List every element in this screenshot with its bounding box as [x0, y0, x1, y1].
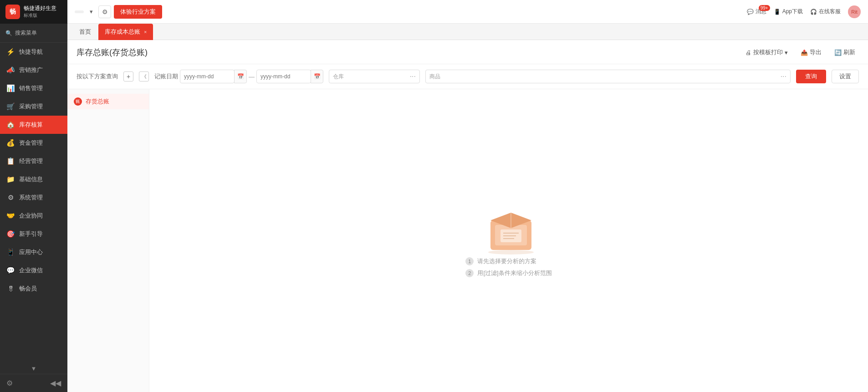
sidebar-item-label: 系统管理 — [19, 193, 43, 202]
sidebar-item-label: 企业协同 — [19, 212, 43, 220]
operations-icon: 📋 — [6, 157, 15, 165]
sidebar-item-purchase[interactable]: 🛒 采购管理 — [0, 97, 67, 116]
search-menu-label: 搜索菜单 — [15, 29, 37, 37]
marketing-icon: 📣 — [6, 66, 15, 74]
sidebar-item-label: 企业微信 — [19, 266, 43, 275]
sidebar-item-finance[interactable]: 💰 资金管理 — [0, 134, 67, 152]
sidebar-item-member[interactable]: 🎖 畅会员 — [0, 280, 67, 298]
sidebar-item-basic-info[interactable]: 📁 基础信息 — [0, 170, 67, 188]
warehouse-more-icon: ··· — [410, 72, 416, 81]
sidebar-item-inventory[interactable]: 🏠 库存核算 — [0, 116, 67, 134]
sidebar-item-tutorial[interactable]: 🎯 新手引导 — [0, 225, 67, 243]
product-label: 商品 — [429, 73, 440, 81]
topbar-settings-button[interactable]: ⚙ — [98, 5, 111, 18]
sidebar-search-area: 🔍 搜索菜单 — [0, 24, 67, 43]
empty-state: 1 请先选择要分析的方案 2 用[过滤]条件来缩小分析范围 — [465, 204, 551, 277]
export-button[interactable]: 📤 导出 — [797, 46, 825, 58]
hint-2-number: 2 — [465, 269, 474, 277]
scheme-icon-text: 账 — [76, 98, 80, 105]
svg-point-0 — [488, 250, 534, 255]
product-more-icon: ··· — [781, 72, 786, 81]
print-button[interactable]: 🖨 按模板打印 ▾ — [742, 46, 791, 58]
sidebar-menu: ⚡ 快捷导航 📣 营销推广 📊 销售管理 🛒 采购管理 🏠 库存核算 💰 资金管… — [0, 43, 67, 363]
sidebar-item-marketing[interactable]: 📣 营销推广 — [0, 61, 67, 79]
hint-1-text: 请先选择要分析的方案 — [477, 257, 536, 265]
topbar-dropdown-button[interactable]: ▾ — [86, 6, 97, 17]
main-area: ▾ ⚙ 体验行业方案 💬 消息 99+ 📱 App下载 🎧 在线客服 — [67, 0, 868, 392]
sales-icon: 📊 — [6, 84, 15, 92]
user-avatar[interactable]: Rit — [848, 5, 861, 18]
page-title: 库存总账(存货总账) — [77, 47, 148, 58]
sidebar-item-quick-nav[interactable]: ⚡ 快捷导航 — [0, 43, 67, 61]
date-end-calendar-button[interactable]: 📅 — [311, 70, 323, 83]
footer-collapse-icon[interactable]: ◀◀ — [50, 379, 61, 387]
sidebar-item-label: 采购管理 — [19, 102, 43, 111]
app-download-button[interactable]: 📱 App下载 — [774, 8, 803, 15]
tab-home-label: 首页 — [79, 28, 91, 36]
app-name: 畅捷通好生意 — [24, 5, 56, 12]
refresh-icon: 🔄 — [834, 49, 842, 56]
scheme-icon: 账 — [74, 97, 82, 106]
tab-inventory-ledger[interactable]: 库存成本总账 × — [98, 24, 153, 40]
data-area: 1 请先选择要分析的方案 2 用[过滤]条件来缩小分析范围 — [149, 89, 868, 392]
scheme-item-label: 存货总账 — [86, 97, 109, 106]
page-header-actions: 🖨 按模板打印 ▾ 📤 导出 🔄 刷新 — [742, 46, 859, 58]
app-sub: 标准版 — [24, 12, 56, 19]
sidebar-item-sales[interactable]: 📊 销售管理 — [0, 79, 67, 97]
print-dropdown-icon: ▾ — [785, 49, 788, 56]
export-icon: 📤 — [801, 49, 808, 56]
tab-home[interactable]: 首页 — [73, 24, 97, 40]
filter-bar: 按以下方案查询 + 《 记账日期 📅 — 📅 — [67, 64, 868, 89]
date-start-calendar-button[interactable]: 📅 — [234, 70, 247, 83]
sidebar-item-app-center[interactable]: 📱 应用中心 — [0, 243, 67, 261]
date-field-label: 记账日期 — [154, 72, 178, 81]
enterprise-icon: 🤝 — [6, 212, 15, 220]
product-filter[interactable]: 商品 ··· — [425, 70, 791, 83]
empty-hint-1: 1 请先选择要分析的方案 — [465, 257, 551, 265]
topbar-nav: ▾ ⚙ — [75, 5, 111, 18]
sidebar-item-wechat[interactable]: 💬 企业微信 — [0, 261, 67, 280]
add-icon: + — [127, 73, 130, 80]
sidebar-item-label: 营销推广 — [19, 66, 43, 74]
wechat-icon: 💬 — [6, 266, 15, 275]
empty-svg — [481, 204, 541, 255]
sidebar-item-label: 畅会员 — [19, 285, 37, 293]
finance-icon: 💰 — [6, 139, 15, 147]
sidebar: 畅 畅捷通好生意 标准版 🔍 搜索菜单 ⚡ 快捷导航 📣 营销推广 📊 销售管理… — [0, 0, 67, 392]
scheme-item-inventory-ledger[interactable]: 账 存货总账 — [67, 94, 149, 109]
footer-settings-icon[interactable]: ⚙ — [6, 379, 13, 387]
settings-icon: ⚙ — [102, 8, 108, 15]
filter-add-button[interactable]: + — [123, 71, 133, 81]
sidebar-item-label: 销售管理 — [19, 84, 43, 92]
sidebar-item-operations[interactable]: 📋 经营管理 — [0, 152, 67, 170]
sidebar-item-label: 库存核算 — [19, 121, 43, 129]
online-support-button[interactable]: 🎧 在线客服 — [810, 8, 841, 15]
settings-button[interactable]: 设置 — [832, 70, 859, 83]
avatar-text: Rit — [851, 9, 857, 15]
sidebar-item-label: 基础信息 — [19, 175, 43, 183]
tab-close-button[interactable]: × — [144, 29, 147, 35]
topbar-breadcrumb: ▾ ⚙ 体验行业方案 — [75, 5, 742, 19]
app-center-icon: 📱 — [6, 248, 15, 256]
basic-info-icon: 📁 — [6, 175, 15, 183]
warehouse-filter[interactable]: 仓库 ··· — [329, 70, 420, 83]
empty-hints: 1 请先选择要分析的方案 2 用[过滤]条件来缩小分析范围 — [465, 257, 551, 277]
industry-solution-button[interactable]: 体验行业方案 — [114, 5, 162, 19]
message-button[interactable]: 💬 消息 99+ — [747, 8, 766, 15]
app-download-label: App下载 — [782, 8, 803, 15]
refresh-button[interactable]: 🔄 刷新 — [831, 46, 859, 58]
date-end-input[interactable] — [256, 70, 311, 83]
query-button[interactable]: 查询 — [796, 70, 826, 83]
date-start-input[interactable] — [180, 70, 235, 83]
page-body: 库存总账(存货总账) 🖨 按模板打印 ▾ 📤 导出 🔄 刷新 按以下方案查 — [67, 40, 868, 392]
sidebar-scroll-down[interactable]: ▼ — [0, 363, 67, 374]
sidebar-item-enterprise[interactable]: 🤝 企业协同 — [0, 207, 67, 225]
search-menu-button[interactable]: 🔍 搜索菜单 — [5, 27, 62, 39]
content-area: 账 存货总账 — [67, 89, 868, 392]
sidebar-item-system[interactable]: ⚙ 系统管理 — [0, 188, 67, 207]
filter-collapse-button[interactable]: 《 — [139, 71, 149, 81]
topbar-current-module — [75, 10, 84, 13]
sidebar-footer: ⚙ ◀◀ — [0, 374, 67, 392]
sidebar-item-label: 经营管理 — [19, 157, 43, 165]
online-support-label: 在线客服 — [819, 8, 841, 15]
